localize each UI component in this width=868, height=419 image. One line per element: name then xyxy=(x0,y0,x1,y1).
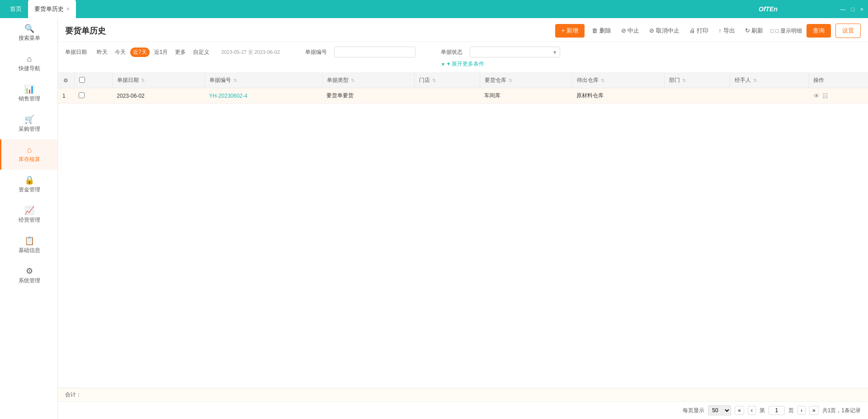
expand-more-btn[interactable]: ▾ ▾ 展开更多条件 xyxy=(65,60,861,68)
print-button[interactable]: 🖨 打印 xyxy=(687,25,712,37)
sidebar-item-operations[interactable]: 📈 经营管理 xyxy=(0,200,57,230)
status-select-wrapper xyxy=(470,47,560,57)
sort-date-icon[interactable]: ⇅ xyxy=(141,78,145,83)
tab-yaohuodan[interactable]: 要货单历史 × xyxy=(28,0,76,18)
row-no: YH-20230602-4 xyxy=(204,88,322,104)
content-area: 要货单历史 + 新增 🗑 删除 ⊘ 中止 ⊘ 取消中止 🖨 打印 ↑ 导出 ↻ … xyxy=(58,18,868,419)
operations-icon: 📈 xyxy=(24,206,34,214)
delete-button[interactable]: 🗑 删除 xyxy=(589,25,614,37)
minimize-icon[interactable]: — xyxy=(840,6,846,13)
pagination-bar: 每页显示 10 20 50 100 « ‹ 第 页 › » 共1页，1条记录 xyxy=(58,401,868,419)
close-window-icon[interactable]: × xyxy=(860,6,863,13)
date-btn-yesterday[interactable]: 昨天 xyxy=(94,48,110,57)
maximize-icon[interactable]: □ xyxy=(851,6,855,13)
table-container: ⚙ 单据日期 ⇅ 单据编号 ⇅ 单据类型 ⇅ 门店 ⇅ 要货仓库 ⇅ 待出仓库 … xyxy=(58,73,868,388)
col-dept: 部门 ⇅ xyxy=(664,73,730,88)
settings-button[interactable]: 设置 xyxy=(835,24,861,38)
sidebar-item-label: 基础信息 xyxy=(19,247,40,254)
status-select[interactable] xyxy=(470,47,560,57)
search-icon: 🔍 xyxy=(24,24,34,33)
sidebar-item-system[interactable]: ⚙ 系统管理 xyxy=(0,261,57,291)
display-detail-label: □ 显示明细 xyxy=(775,27,802,35)
col-checkbox xyxy=(74,73,112,88)
row-select-checkbox[interactable] xyxy=(79,92,85,98)
cancel-stop-button[interactable]: ⊘ 取消中止 xyxy=(646,25,682,37)
sidebar-item-label: 经营管理 xyxy=(19,216,40,224)
date-btn-lastmonth[interactable]: 近1月 xyxy=(151,48,171,57)
chart-icon: 📊 xyxy=(24,85,34,93)
sort-req-icon[interactable]: ⇅ xyxy=(509,78,512,83)
order-no-label: 单据编号 xyxy=(305,48,327,56)
sort-dept-icon[interactable]: ⇅ xyxy=(682,78,686,83)
brand-logo: OfTEn xyxy=(759,5,778,13)
sort-no-icon[interactable]: ⇅ xyxy=(233,78,237,83)
sort-type-icon[interactable]: ⇅ xyxy=(351,78,354,83)
row-actions: 👁 ☷ xyxy=(809,88,868,104)
filter-row-date: 单据日期 昨天 今天 近7天 近1月 更多 自定义 2023-05-27 至 2… xyxy=(65,47,861,57)
per-page-select[interactable]: 10 20 50 100 xyxy=(708,405,731,415)
col-pendingwarehouse: 待出仓库 ⇅ xyxy=(572,73,664,88)
sidebar-item-search[interactable]: 🔍 搜索菜单 xyxy=(0,18,57,48)
date-range-text: 2023-05-27 至 2023-06-02 xyxy=(221,49,280,56)
row-checkbox xyxy=(74,88,112,104)
sort-pending-icon[interactable]: ⇅ xyxy=(601,78,604,83)
date-btn-last7days[interactable]: 近7天 xyxy=(130,48,150,57)
total-label: 共1页，1条记录 xyxy=(822,407,861,414)
top-bar: 首页 要货单历史 × OfTEn — □ × xyxy=(0,0,868,18)
main-layout: 🔍 搜索菜单 ⌂ 快捷导航 📊 销售管理 🛒 采购管理 ⌂ 库存核算 🔒 资金管… xyxy=(0,18,868,419)
row-reqwarehouse: 车间库 xyxy=(480,88,572,104)
qr-action-icon[interactable]: ☷ xyxy=(822,92,828,100)
action-icons: 👁 ☷ xyxy=(813,92,863,100)
row-dept xyxy=(664,88,730,104)
sort-handler-icon[interactable]: ⇅ xyxy=(753,78,757,83)
row-no-link[interactable]: YH-20230602-4 xyxy=(209,93,247,99)
view-action-icon[interactable]: 👁 xyxy=(813,92,820,100)
expand-label: ▾ 展开更多条件 xyxy=(447,60,484,68)
row-date: 2023-06-02 xyxy=(112,88,204,104)
date-btn-today[interactable]: 今天 xyxy=(112,48,128,57)
last-page-button[interactable]: » xyxy=(809,406,819,415)
data-table: ⚙ 单据日期 ⇅ 单据编号 ⇅ 单据类型 ⇅ 门店 ⇅ 要货仓库 ⇅ 待出仓库 … xyxy=(58,73,868,104)
filter-bar: 单据日期 昨天 今天 近7天 近1月 更多 自定义 2023-05-27 至 2… xyxy=(58,42,868,73)
lock-icon: 🔒 xyxy=(24,176,34,184)
prev-page-button[interactable]: ‹ xyxy=(748,406,756,415)
new-button[interactable]: + 新增 xyxy=(555,24,585,38)
select-all-checkbox[interactable] xyxy=(79,77,85,83)
col-settings[interactable]: ⚙ xyxy=(58,73,74,88)
row-type: 要货单要货 xyxy=(322,88,414,104)
date-btn-custom[interactable]: 自定义 xyxy=(190,48,212,57)
next-page-button[interactable]: › xyxy=(797,406,806,415)
sidebar-item-label: 系统管理 xyxy=(19,277,40,285)
order-no-input[interactable] xyxy=(334,47,415,57)
display-detail-toggle[interactable]: □ □ 显示明细 xyxy=(770,27,802,35)
page-header: 要货单历史 + 新增 🗑 删除 ⊘ 中止 ⊘ 取消中止 🖨 打印 ↑ 导出 ↻ … xyxy=(58,18,868,42)
page-unit-label: 页 xyxy=(788,407,794,414)
page-number-input[interactable] xyxy=(769,406,785,415)
tab-close-icon[interactable]: × xyxy=(66,6,70,12)
stop-button[interactable]: ⊘ 中止 xyxy=(618,25,642,37)
refresh-button[interactable]: ↻ 刷新 xyxy=(742,25,766,37)
checkbox-icon: □ xyxy=(770,28,774,34)
col-actions: 操作 xyxy=(809,73,868,88)
status-label: 单据状态 xyxy=(441,48,462,56)
col-no: 单据编号 ⇅ xyxy=(204,73,322,88)
first-page-button[interactable]: « xyxy=(735,406,744,415)
date-btn-more[interactable]: 更多 xyxy=(172,48,189,57)
toolbar: + 新增 🗑 删除 ⊘ 中止 ⊘ 取消中止 🖨 打印 ↑ 导出 ↻ 刷新 □ □… xyxy=(555,24,861,38)
sidebar-item-basic[interactable]: 📋 基础信息 xyxy=(0,230,57,261)
row-index: 1 xyxy=(58,88,74,104)
tab-home[interactable]: 首页 xyxy=(4,0,28,18)
row-handler xyxy=(730,88,808,104)
sidebar-item-finance[interactable]: 🔒 资金管理 xyxy=(0,170,57,200)
sidebar-item-label: 采购管理 xyxy=(19,125,40,133)
sidebar: 🔍 搜索菜单 ⌂ 快捷导航 📊 销售管理 🛒 采购管理 ⌂ 库存核算 🔒 资金管… xyxy=(0,18,58,419)
sidebar-item-purchase[interactable]: 🛒 采购管理 xyxy=(0,109,57,139)
row-pendingwarehouse: 原材料仓库 xyxy=(572,88,664,104)
sidebar-item-quicknav[interactable]: ⌂ 快捷导航 xyxy=(0,48,57,79)
query-button[interactable]: 查询 xyxy=(807,24,831,38)
sidebar-item-sales[interactable]: 📊 销售管理 xyxy=(0,79,57,109)
sidebar-item-inventory[interactable]: ⌂ 库存核算 xyxy=(0,139,57,170)
col-store: 门店 ⇅ xyxy=(414,73,480,88)
sort-store-icon[interactable]: ⇅ xyxy=(432,78,436,83)
export-button[interactable]: ↑ 导出 xyxy=(716,25,737,37)
